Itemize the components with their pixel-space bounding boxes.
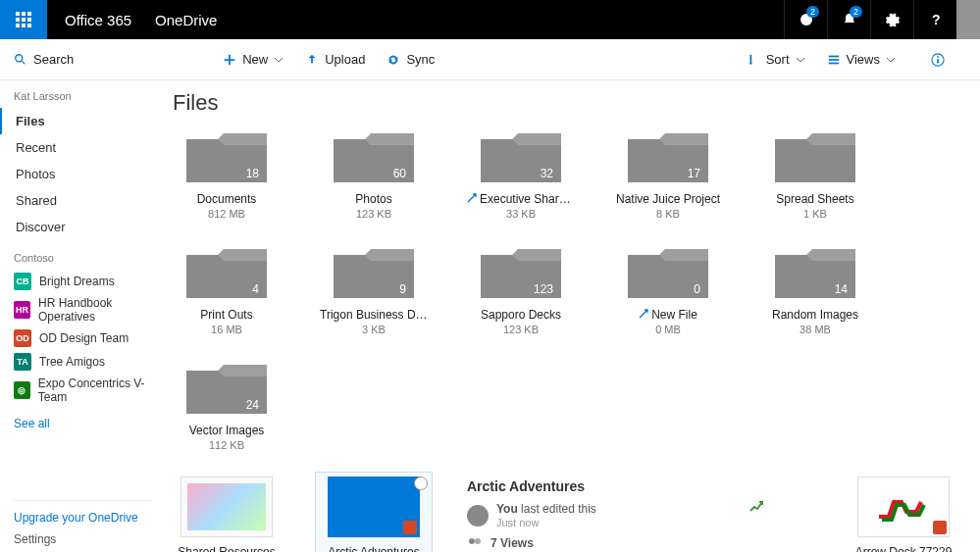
- group-label: Expo Concentrics V-Team: [38, 376, 165, 404]
- help-button[interactable]: ?: [913, 0, 956, 39]
- app-header: Office 365 OneDrive 2 2 ?: [0, 0, 980, 39]
- folder-size: 38 MB: [761, 324, 869, 335]
- folder-name: Print Outs: [173, 308, 281, 322]
- owner-name: Kat Larsson: [14, 90, 165, 102]
- svg-point-10: [469, 538, 475, 544]
- nav-item-recent[interactable]: Recent: [0, 134, 165, 161]
- folder-count: 32: [541, 167, 553, 180]
- folder-size: 1 KB: [761, 208, 869, 220]
- nav-item-files[interactable]: Files: [0, 108, 165, 134]
- group-item[interactable]: ODOD Design Team: [14, 326, 165, 350]
- folder-card[interactable]: 123Sapporo Decks123 KB: [467, 245, 575, 335]
- selection-circle[interactable]: [414, 477, 428, 490]
- header-tail: [956, 0, 980, 39]
- svg-rect-8: [937, 59, 939, 63]
- command-bar: Search New Upload Sync Sort Views: [0, 39, 980, 80]
- gear-icon: [885, 12, 901, 27]
- folder-name: Vector Images: [173, 424, 281, 437]
- svg-point-2: [16, 54, 23, 61]
- svg-point-11: [475, 538, 481, 544]
- preview-title: Arctic Adventures: [467, 478, 663, 494]
- folder-count: 123: [534, 282, 553, 296]
- brand-office[interactable]: Office 365: [47, 12, 149, 28]
- folder-count: 14: [835, 282, 848, 296]
- folder-size: 123 KB: [320, 208, 428, 220]
- upload-icon: [305, 53, 319, 67]
- group-label: OD Design Team: [39, 331, 129, 345]
- info-button[interactable]: [931, 53, 945, 67]
- folder-name: Photos: [320, 192, 428, 206]
- settings-button[interactable]: [870, 0, 913, 39]
- file-name: Arrow Deck 77229: [850, 545, 957, 552]
- plus-icon: [223, 53, 236, 67]
- group-label: Tree Amigos: [39, 355, 105, 369]
- folder-card[interactable]: 4Print Outs16 MB: [173, 245, 281, 335]
- upgrade-link[interactable]: Upgrade your OneDrive: [14, 500, 153, 525]
- brand-app[interactable]: OneDrive: [149, 12, 223, 28]
- folder-card[interactable]: 32Executive Share Outs33 KB: [467, 129, 575, 220]
- group-avatar: ◎: [14, 381, 30, 399]
- file-card[interactable]: Arctic Adventures14 messages 2 Edits: [316, 473, 432, 552]
- waffle-icon: [16, 12, 31, 27]
- details-preview: Arctic AdventuresYou last edited thisJus…: [467, 477, 663, 552]
- sync-label: Sync: [406, 52, 435, 67]
- folder-card[interactable]: 9Trigon Business Design3 KB: [320, 245, 428, 335]
- folder-size: 0 MB: [614, 324, 722, 335]
- folder-count: 60: [393, 167, 406, 180]
- folder-card[interactable]: Spread Sheets1 KB: [761, 129, 869, 220]
- group-avatar: HR: [14, 301, 30, 319]
- settings-link[interactable]: Settings: [14, 525, 165, 552]
- group-item[interactable]: TATree Amigos: [14, 350, 165, 374]
- svg-rect-6: [828, 62, 839, 64]
- folder-card[interactable]: 14Random Images38 MB: [761, 245, 869, 335]
- notif-badge: 2: [850, 6, 862, 18]
- see-all-link[interactable]: See all: [14, 417, 165, 430]
- svg-line-3: [22, 60, 26, 64]
- folder-count: 9: [399, 282, 406, 296]
- views-button[interactable]: Views: [827, 52, 896, 67]
- chevron-down-icon: [886, 55, 896, 65]
- sort-button[interactable]: Sort: [747, 52, 805, 67]
- search-button[interactable]: Search: [14, 52, 74, 67]
- sort-label: Sort: [766, 52, 790, 67]
- folder-card[interactable]: 18Documents812 MB: [173, 129, 281, 220]
- folder-size: 123 KB: [467, 324, 575, 335]
- file-card[interactable]: Arrow Deck 77229: [850, 477, 957, 552]
- new-button[interactable]: New: [223, 52, 284, 67]
- file-thumbnail: [181, 477, 273, 537]
- left-nav: Kat Larsson FilesRecentPhotosSharedDisco…: [0, 80, 165, 552]
- group-item[interactable]: ◎Expo Concentrics V-Team: [14, 374, 165, 407]
- search-icon: [14, 53, 27, 67]
- search-label: Search: [33, 52, 74, 67]
- file-thumbnail: [328, 477, 420, 537]
- skype-button[interactable]: 2: [784, 0, 827, 39]
- group-item[interactable]: CBBright Dreams: [14, 270, 165, 293]
- powerpoint-icon: [403, 521, 417, 534]
- folder-card[interactable]: 0New File0 MB: [614, 245, 722, 335]
- folder-card[interactable]: 60Photos123 KB: [320, 129, 428, 220]
- nav-item-discover[interactable]: Discover: [0, 214, 165, 240]
- folder-name: Documents: [173, 192, 281, 206]
- sync-button[interactable]: Sync: [387, 52, 435, 67]
- file-card[interactable]: Shared ResourcesMelih Korkmaz is editing: [173, 477, 281, 552]
- chevron-down-icon: [274, 55, 284, 65]
- notifications-button[interactable]: 2: [827, 0, 870, 39]
- app-launcher[interactable]: [0, 0, 47, 39]
- svg-rect-5: [828, 59, 839, 61]
- avatar-icon: [467, 505, 489, 527]
- svg-rect-4: [828, 55, 839, 57]
- nav-item-photos[interactable]: Photos: [0, 161, 165, 187]
- folder-size: 8 KB: [614, 208, 722, 220]
- tenant-name: Contoso: [14, 252, 165, 264]
- folder-card[interactable]: 17Native Juice Project8 KB: [614, 129, 722, 220]
- group-item[interactable]: HRHR Handbook Operatives: [14, 293, 165, 326]
- people-icon: [467, 535, 483, 551]
- svg-text:?: ?: [932, 12, 941, 27]
- folder-name: Executive Share Outs: [467, 192, 575, 206]
- folder-count: 24: [246, 398, 259, 412]
- group-label: Bright Dreams: [39, 275, 115, 288]
- folder-card[interactable]: 24Vector Images112 KB: [173, 361, 281, 451]
- shared-icon: [467, 192, 477, 206]
- nav-item-shared[interactable]: Shared: [0, 187, 165, 214]
- upload-button[interactable]: Upload: [305, 52, 365, 67]
